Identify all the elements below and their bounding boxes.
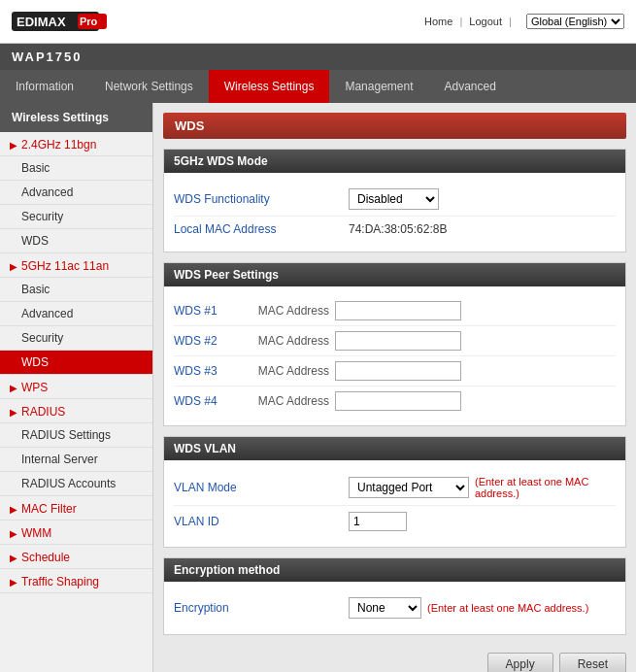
sidebar-item-5g-wds[interactable]: WDS	[0, 351, 152, 375]
vlan-id-label: VLAN ID	[174, 515, 349, 528]
peer-label-3: WDS #3	[174, 364, 251, 378]
model-name: WAP1750	[12, 50, 83, 64]
peer-label-1: WDS #1	[174, 304, 251, 318]
section-body-wds-peer: WDS #1 MAC Address WDS #2 MAC Address WD…	[164, 286, 625, 425]
peer-input-1[interactable]	[335, 301, 461, 320]
sidebar-group-radius[interactable]: ▶ RADIUS	[0, 399, 152, 423]
encryption-label: Encryption	[174, 601, 349, 615]
peer-mac-label-4: MAC Address	[251, 394, 329, 408]
form-row-vlan-mode: VLAN Mode Untagged Port Tagged Port (Ent…	[174, 470, 616, 506]
vlan-mode-note: (Enter at least one MAC address.)	[475, 476, 616, 499]
sidebar-item-internal-server[interactable]: Internal Server	[0, 448, 152, 472]
section-header-wds-mode: 5GHz WDS Mode	[164, 150, 625, 173]
apply-button[interactable]: Apply	[487, 653, 553, 672]
peer-row-1: WDS #1 MAC Address	[174, 296, 616, 326]
section-wds-peer: WDS Peer Settings WDS #1 MAC Address WDS…	[163, 262, 626, 426]
home-link[interactable]: Home	[424, 16, 452, 27]
form-row-mac: Local MAC Address 74:DA:38:05:62:8B	[174, 217, 616, 242]
reset-button[interactable]: Reset	[559, 653, 626, 672]
functionality-label: WDS Functionality	[174, 192, 349, 206]
peer-input-4[interactable]	[335, 391, 461, 411]
peer-label-2: WDS #2	[174, 334, 251, 348]
form-row-functionality: WDS Functionality Disabled Enabled	[174, 183, 616, 217]
content-area: WDS 5GHz WDS Mode WDS Functionality Disa…	[153, 103, 636, 672]
nav-advanced[interactable]: Advanced	[428, 70, 511, 103]
mac-value: 74:DA:38:05:62:8B	[349, 222, 447, 236]
sidebar-item-mac-filter[interactable]: ▶ MAC Filter	[0, 496, 152, 521]
sidebar-group-header-5g[interactable]: ▶ 5GHz 11ac 11an	[0, 253, 152, 278]
peer-input-3[interactable]	[335, 361, 461, 381]
nav-management[interactable]: Management	[329, 70, 428, 103]
mac-label: Local MAC Address	[174, 222, 349, 236]
logout-link[interactable]: Logout	[469, 16, 502, 27]
form-row-encryption: Encryption None WEP WPA (Enter at least …	[174, 591, 616, 624]
arrow-icon-wps: ▶	[10, 383, 17, 393]
sidebar-group-header-2g[interactable]: ▶ 2.4GHz 11bgn	[0, 132, 152, 156]
arrow-icon-radius: ▶	[10, 407, 17, 418]
peer-row-4: WDS #4 MAC Address	[174, 386, 616, 416]
arrow-icon-wmm: ▶	[10, 528, 17, 539]
section-wds-vlan: WDS VLAN VLAN Mode Untagged Port Tagged …	[163, 436, 626, 548]
vlan-id-input[interactable]	[349, 512, 407, 531]
peer-label-4: WDS #4	[174, 394, 251, 408]
sidebar: Wireless Settings ▶ 2.4GHz 11bgn Basic A…	[0, 103, 153, 672]
sidebar-item-wmm[interactable]: ▶ WMM	[0, 521, 152, 545]
arrow-icon: ▶	[10, 140, 17, 151]
peer-mac-label-3: MAC Address	[251, 364, 329, 378]
section-encryption: Encryption method Encryption None WEP WP…	[163, 557, 626, 635]
section-body-encryption: Encryption None WEP WPA (Enter at least …	[164, 582, 625, 634]
button-row: Apply Reset	[163, 645, 626, 672]
form-row-vlan-id: VLAN ID	[174, 506, 616, 537]
arrow-icon-schedule: ▶	[10, 553, 17, 563]
sidebar-item-5g-basic[interactable]: Basic	[0, 278, 152, 302]
top-bar: EDIMAX Pro Home | Logout | Global (Engli…	[0, 0, 636, 44]
section-header-wds-peer: WDS Peer Settings	[164, 263, 625, 286]
peer-row-3: WDS #3 MAC Address	[174, 356, 616, 386]
encryption-select[interactable]: None WEP WPA	[349, 597, 421, 619]
edimax-logo: EDIMAX Pro	[12, 8, 118, 35]
encryption-note: (Enter at least one MAC address.)	[427, 602, 588, 614]
sidebar-group-5g: ▶ 5GHz 11ac 11an Basic Advanced Security…	[0, 253, 152, 375]
section-header-wds-vlan: WDS VLAN	[164, 437, 625, 460]
vlan-mode-label: VLAN Mode	[174, 481, 349, 494]
nav-information[interactable]: Information	[0, 70, 89, 103]
sidebar-item-schedule[interactable]: ▶ Schedule	[0, 545, 152, 569]
section-body-wds-vlan: VLAN Mode Untagged Port Tagged Port (Ent…	[164, 460, 625, 547]
nav-bar: Information Network Settings Wireless Se…	[0, 70, 636, 103]
sidebar-item-2g-security[interactable]: Security	[0, 205, 152, 229]
sidebar-title: Wireless Settings	[0, 103, 152, 132]
arrow-icon-traffic: ▶	[10, 577, 17, 588]
svg-text:EDIMAX: EDIMAX	[17, 15, 66, 29]
model-bar: WAP1750	[0, 44, 636, 70]
language-select[interactable]: Global (English)	[526, 14, 624, 29]
peer-row-2: WDS #2 MAC Address	[174, 326, 616, 356]
page-title: WDS	[163, 113, 626, 139]
nav-wireless-settings[interactable]: Wireless Settings	[209, 70, 330, 103]
peer-mac-label-2: MAC Address	[251, 334, 329, 348]
arrow-icon-mac: ▶	[10, 504, 17, 515]
sidebar-item-2g-advanced[interactable]: Advanced	[0, 181, 152, 205]
sidebar-item-wps[interactable]: ▶ WPS	[0, 375, 152, 399]
sidebar-item-radius-settings[interactable]: RADIUS Settings	[0, 423, 152, 448]
peer-input-2[interactable]	[335, 331, 461, 351]
peer-mac-label-1: MAC Address	[251, 304, 329, 318]
svg-text:Pro: Pro	[80, 16, 98, 27]
section-body-wds-mode: WDS Functionality Disabled Enabled Local…	[164, 173, 625, 252]
arrow-icon-5g: ▶	[10, 261, 17, 272]
sidebar-item-2g-basic[interactable]: Basic	[0, 156, 152, 181]
functionality-select[interactable]: Disabled Enabled	[349, 188, 439, 210]
main-layout: Wireless Settings ▶ 2.4GHz 11bgn Basic A…	[0, 103, 636, 672]
vlan-mode-select[interactable]: Untagged Port Tagged Port	[349, 477, 469, 498]
top-links: Home | Logout | Global (English)	[424, 14, 624, 29]
logo-area: EDIMAX Pro	[12, 8, 118, 35]
sidebar-item-traffic-shaping[interactable]: ▶ Traffic Shaping	[0, 569, 152, 593]
sidebar-item-5g-security[interactable]: Security	[0, 326, 152, 351]
sidebar-item-2g-wds[interactable]: WDS	[0, 229, 152, 253]
sidebar-item-radius-accounts[interactable]: RADIUS Accounts	[0, 472, 152, 496]
section-wds-mode: 5GHz WDS Mode WDS Functionality Disabled…	[163, 149, 626, 252]
sidebar-item-5g-advanced[interactable]: Advanced	[0, 302, 152, 326]
section-header-encryption: Encryption method	[164, 558, 625, 582]
nav-network-settings[interactable]: Network Settings	[89, 70, 209, 103]
sidebar-group-2g: ▶ 2.4GHz 11bgn Basic Advanced Security W…	[0, 132, 152, 253]
